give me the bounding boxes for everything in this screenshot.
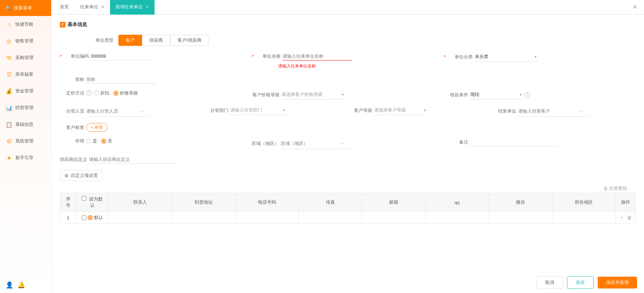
region-more-icon[interactable]: ··· (338, 140, 346, 147)
sidebar-item-operations[interactable]: 📊经营管理 (0, 99, 51, 116)
save-and-new-button[interactable]: 保存并新增 (598, 277, 637, 288)
delete-row-button[interactable]: 🗑 (627, 215, 632, 220)
address-input[interactable] (175, 215, 231, 220)
row-email[interactable] (362, 212, 425, 224)
manager-input[interactable] (86, 107, 139, 115)
sidebar-item-system[interactable]: ⚙系统管理 (0, 133, 51, 149)
row-fax[interactable] (299, 212, 362, 224)
col-header-到货地址: 到货地址 (172, 193, 235, 212)
remarks-input[interactable] (470, 138, 557, 146)
abbr-input[interactable] (86, 75, 156, 84)
tab-home[interactable]: 首页 (54, 0, 74, 15)
tab-bar: 首页往来单位✕新增往来单位✕ ✕ (52, 0, 644, 15)
unit-type-supplier-button[interactable]: 供应商 (142, 35, 170, 46)
region-input[interactable] (281, 139, 338, 147)
unit-code-input[interactable] (91, 52, 154, 60)
fax-input[interactable] (302, 215, 358, 220)
sidebar-item-quick-nav[interactable]: ⌂快捷导航 (0, 16, 51, 33)
customer-level-field: 客户等级 请选择客户等级 ▼ (348, 106, 492, 115)
user-icon[interactable]: 👤 (6, 281, 13, 289)
wechat-input[interactable] (493, 215, 549, 220)
tab-close-new-unit[interactable]: ✕ (146, 5, 149, 9)
sidebar-item-inventory[interactable]: ☰库存核算 (0, 66, 51, 83)
sidebar-item-guide[interactable]: ★新手引导 (0, 149, 51, 166)
tab-unit-list[interactable]: 往来单位✕ (74, 0, 110, 15)
disabled-no-radio[interactable]: 否 (101, 138, 112, 144)
sidebar-item-sales[interactable]: ◎销售管理 (0, 33, 51, 49)
region-field: 区域（地区） ··· (252, 138, 443, 149)
category-chevron-icon: ▼ (534, 55, 537, 59)
save-button[interactable]: 保存 (567, 276, 594, 289)
add-row-button[interactable]: ＋ (619, 214, 624, 221)
manager-label: 分管人员 (60, 108, 84, 114)
unit-category-value: 未分类 (475, 54, 533, 60)
disabled-yes-radio[interactable]: 是 (86, 138, 97, 144)
pricing-level-radio[interactable]: 价格等级 (113, 90, 138, 96)
customer-price-field: 客户价格等级 请选择客户价格等级 ▼ (252, 90, 443, 99)
contacts-table: 序号 设为默认联系人到货地址电话号码传真邮箱qq微信所在地区操作 1 默认 (60, 193, 636, 224)
tab-label-new-unit: 新增往来单位 (116, 4, 143, 10)
sidebar-label-basic-info: 基础信息 (15, 121, 33, 128)
disabled-yes-label: 是 (93, 138, 97, 144)
unit-category-select[interactable]: 未分类 ▼ (475, 52, 537, 62)
row-phone[interactable] (235, 212, 299, 224)
sidebar-item-basic-info[interactable]: 📋基础信息 (0, 116, 51, 133)
cancel-button[interactable]: 取消 (536, 276, 563, 289)
payment-terms-select[interactable]: 现结 ▼ (470, 90, 523, 99)
department-select[interactable]: 请输入分管部门 ▼ (230, 106, 286, 115)
customer-level-select[interactable]: 请选择客户等级 ▼ (374, 106, 426, 115)
sidebar-icon-basic-info: 📋 (6, 121, 13, 128)
settlement-more-icon[interactable]: ··· (578, 108, 585, 114)
close-window-button[interactable]: ✕ (628, 4, 641, 10)
required-star-name: * (252, 54, 253, 59)
row-region[interactable] (552, 212, 615, 224)
contact-input[interactable] (112, 215, 168, 220)
email-input[interactable] (366, 215, 422, 220)
row-region-input[interactable] (556, 215, 612, 220)
col-header-电话号码: 电话号码 (235, 193, 299, 212)
default-radio[interactable]: 默认 (88, 214, 103, 221)
manager-more-icon[interactable]: ··· (139, 108, 146, 114)
row-qq[interactable] (425, 212, 489, 224)
sidebar-bottom: 👤 🔔 (0, 277, 51, 293)
unit-type-both-button[interactable]: 客户/供应商 (170, 35, 209, 46)
content-area: F 基本信息 单位编码 单位类型 客户供应商客户/供应商 * 单位编码 * 单位… (52, 15, 644, 272)
payment-help-icon[interactable]: ? (525, 92, 530, 98)
row-wechat[interactable] (489, 212, 552, 224)
sidebar-item-finance[interactable]: 💰资金管理 (0, 83, 51, 99)
discount-radio-circle (94, 91, 99, 96)
customer-price-select[interactable]: 请选择客户价格等级 ▼ (282, 90, 344, 99)
sidebar-item-purchase[interactable]: 🛍采购管理 (0, 49, 51, 66)
qq-input[interactable] (429, 215, 485, 220)
department-chevron-icon: ▼ (283, 108, 286, 112)
pricing-discount-radio[interactable]: 折扣 (94, 90, 109, 96)
supplier-custom-input[interactable] (89, 155, 176, 164)
row-contact[interactable] (108, 212, 172, 224)
unit-type-customer-button[interactable]: 客户 (118, 35, 142, 46)
phone-input[interactable] (239, 215, 295, 220)
custom-settings-button[interactable]: ⚙ 自定义项设置 (60, 170, 102, 181)
notification-icon[interactable]: 🔔 (17, 281, 25, 289)
abbr-label: 简称 (60, 76, 84, 83)
unit-name-input[interactable] (283, 52, 352, 60)
customer-level-value: 请选择客户等级 (374, 107, 422, 113)
sidebar-icon-inventory: ☰ (6, 71, 13, 78)
unit-type-row: 单位编码 单位类型 客户供应商客户/供应商 (60, 35, 636, 46)
disabled-radio-group: 是 否 (86, 138, 112, 144)
tab-close-unit-list[interactable]: ✕ (101, 5, 104, 9)
payment-terms-label: 收款条件 (444, 92, 468, 98)
sidebar-label-operations: 经营管理 (15, 105, 33, 111)
col-header-联系人: 联系人 (108, 193, 172, 212)
settlement-input[interactable] (518, 107, 578, 115)
col-header-qq: qq (425, 193, 489, 212)
tab-new-unit[interactable]: 新增往来单位✕ (110, 0, 155, 15)
row-address[interactable] (172, 212, 235, 224)
payment-chevron-icon: ▼ (519, 93, 523, 97)
row-checkbox[interactable] (82, 215, 86, 220)
select-all-checkbox[interactable] (82, 196, 86, 201)
batch-delete-button[interactable]: 🗑 批量删除 (52, 185, 627, 192)
search-menu-item[interactable]: 🔍 搜索菜单 (0, 0, 51, 16)
pricing-help-icon[interactable]: ? (86, 90, 92, 96)
add-tag-button[interactable]: + 标签 (86, 123, 108, 132)
form-row-1: * 单位编码 * 单位名称 请输入往来单位名称 * 单位分类 未分类 ▼ (60, 52, 636, 69)
